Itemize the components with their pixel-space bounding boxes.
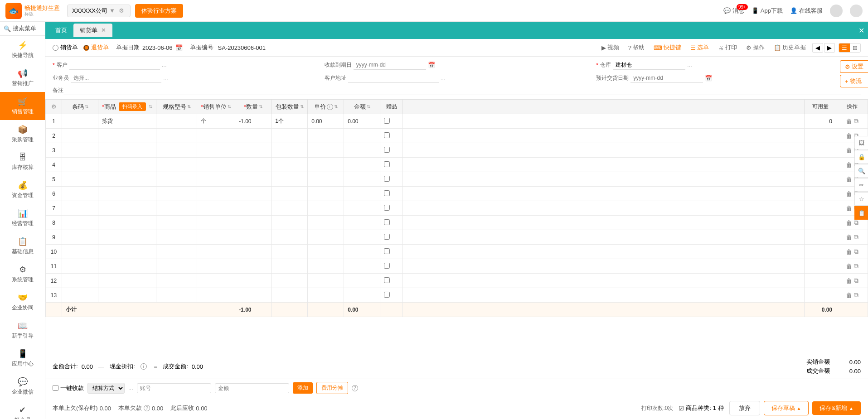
sidebar-item-purchase[interactable]: 📦 采购管理 bbox=[0, 120, 45, 148]
one-click-payment-label[interactable]: 一键收款 bbox=[53, 384, 84, 392]
delete-icon-12[interactable]: 🗑 bbox=[846, 277, 852, 284]
tab-sales-order[interactable]: 销货单 ✕ bbox=[73, 24, 112, 37]
add-payment-btn[interactable]: 添加 bbox=[293, 382, 313, 394]
payment-method-dots[interactable]: ... bbox=[128, 385, 133, 391]
pkg-1[interactable]: 1个 bbox=[272, 114, 308, 129]
copy-icon-10[interactable]: ⧉ bbox=[854, 248, 858, 255]
sidebar-item-base[interactable]: 📋 基础信息 bbox=[0, 232, 45, 260]
float-star-btn[interactable]: ☆ bbox=[854, 192, 868, 206]
spec-sort-icon[interactable]: ⇅ bbox=[187, 104, 191, 109]
discard-button[interactable]: 放弃 bbox=[729, 401, 760, 415]
goods-1[interactable]: 拣货 bbox=[98, 114, 156, 129]
help-btn[interactable]: ? 帮助 bbox=[626, 43, 647, 53]
warehouse-input[interactable] bbox=[613, 60, 685, 70]
copy-icon-11[interactable]: ⧉ bbox=[854, 262, 858, 270]
delete-icon-4[interactable]: 🗑 bbox=[846, 161, 852, 169]
sidebar-item-apps[interactable]: 📱 应用中心 bbox=[0, 344, 45, 372]
salesperson-input[interactable] bbox=[71, 73, 161, 83]
delete-icon-5[interactable]: 🗑 bbox=[846, 176, 852, 183]
payment-help-icon[interactable]: ? bbox=[352, 385, 358, 391]
copy-icon-1[interactable]: ⧉ bbox=[854, 117, 858, 125]
delete-icon-9[interactable]: 🗑 bbox=[846, 234, 852, 241]
price-1[interactable]: 0.00 bbox=[308, 114, 344, 129]
address-dots[interactable]: ... bbox=[441, 75, 446, 82]
delete-icon-7[interactable]: 🗑 bbox=[846, 205, 852, 212]
logistics-button[interactable]: + 物流 bbox=[840, 75, 868, 87]
copy-icon-8[interactable]: ⧉ bbox=[854, 219, 858, 226]
grid-view-btn[interactable]: ⊞ bbox=[850, 43, 860, 52]
video-help-btn[interactable]: ▶ 视频 bbox=[599, 43, 622, 53]
delete-icon-3[interactable]: 🗑 bbox=[846, 147, 852, 154]
delete-icon-8[interactable]: 🗑 bbox=[846, 219, 852, 226]
online-service-button[interactable]: 👤 在线客服 bbox=[790, 7, 823, 15]
return-order-radio[interactable]: 退货单 bbox=[83, 43, 109, 52]
discount-info-icon[interactable]: i bbox=[141, 363, 147, 370]
expected-delivery-input[interactable] bbox=[630, 73, 703, 83]
float-search-btn[interactable]: 🔍 bbox=[854, 164, 868, 178]
experience-button[interactable]: 体验行业方案 bbox=[135, 4, 183, 18]
app-download-button[interactable]: 📱 App下载 bbox=[752, 7, 783, 15]
note-input[interactable] bbox=[63, 86, 861, 95]
copy-icon-13[interactable]: ⧉ bbox=[854, 291, 858, 299]
select-btn[interactable]: ☰ 选单 bbox=[688, 43, 712, 53]
receive-date-calendar-icon[interactable]: 📅 bbox=[428, 62, 435, 68]
settings-button[interactable]: ⚙ 设置 bbox=[840, 60, 868, 73]
message-button[interactable]: 💬 消息 99+ bbox=[723, 7, 744, 15]
qty-1[interactable]: -1.00 bbox=[235, 114, 272, 129]
col-settings-gear-icon[interactable]: ⚙ bbox=[51, 103, 57, 110]
goods-2[interactable] bbox=[98, 129, 156, 143]
sidebar-item-quick-nav[interactable]: ⚡ 快捷导航 bbox=[0, 36, 45, 64]
price-info-icon[interactable]: i bbox=[327, 104, 333, 110]
delete-icon-1[interactable]: 🗑 bbox=[846, 118, 852, 125]
save-new-button[interactable]: 保存&新增 ▲ bbox=[812, 401, 861, 415]
next-arrow[interactable]: ▶ bbox=[824, 43, 835, 53]
warehouse-dots[interactable]: ... bbox=[687, 62, 692, 68]
gift-1[interactable] bbox=[380, 114, 403, 129]
unit-1[interactable]: 个 bbox=[197, 114, 235, 129]
settings-icon[interactable]: ⚙ bbox=[119, 7, 124, 14]
barcode-sort-icon[interactable]: ⇅ bbox=[85, 104, 88, 109]
scan-btn[interactable]: 扫码录入 bbox=[119, 102, 146, 111]
list-view-btn[interactable]: ☰ bbox=[839, 43, 850, 52]
delete-icon-11[interactable]: 🗑 bbox=[846, 263, 852, 270]
salesperson-dots[interactable]: ... bbox=[163, 75, 168, 82]
sidebar-item-inventory[interactable]: 🗄 库存核算 bbox=[0, 148, 45, 176]
sidebar-item-guide[interactable]: 📖 新手引导 bbox=[0, 316, 45, 344]
user-avatar[interactable] bbox=[830, 5, 843, 17]
price-sort-icon[interactable]: ⇅ bbox=[334, 104, 338, 109]
expense-split-btn[interactable]: 费用分摊 bbox=[316, 382, 348, 394]
float-action-btn[interactable]: 📋 bbox=[854, 206, 868, 220]
payment-amount-input[interactable] bbox=[215, 383, 289, 393]
goods-sort-icon[interactable]: ⇅ bbox=[149, 104, 152, 109]
sidebar-item-marketing[interactable]: 📢 营销推广 bbox=[0, 64, 45, 92]
float-img-btn[interactable]: 🖼 bbox=[854, 136, 868, 149]
account-input[interactable] bbox=[137, 383, 211, 393]
payment-method-select[interactable]: 结算方式 bbox=[87, 383, 125, 394]
operation-btn[interactable]: ⚙ 操作 bbox=[743, 43, 767, 53]
prev-arrow[interactable]: ◀ bbox=[812, 43, 823, 53]
sidebar-item-operation[interactable]: 📊 经营管理 bbox=[0, 204, 45, 232]
copy-icon-9[interactable]: ⧉ bbox=[854, 233, 858, 241]
company-selector[interactable]: XXXXXX公司 ▼ ⚙ bbox=[67, 5, 131, 17]
sales-order-radio[interactable]: 销货单 bbox=[53, 43, 78, 52]
delete-icon-13[interactable]: 🗑 bbox=[846, 292, 852, 299]
spec-1[interactable] bbox=[156, 114, 197, 129]
tab-bar-close-icon[interactable]: ✕ bbox=[858, 26, 864, 35]
barcode-1[interactable] bbox=[62, 114, 98, 129]
delete-icon-10[interactable]: 🗑 bbox=[846, 248, 852, 255]
gift-checkbox-1[interactable] bbox=[384, 118, 390, 124]
amount-sort-icon[interactable]: ⇅ bbox=[367, 104, 370, 109]
one-click-payment-checkbox[interactable] bbox=[53, 385, 58, 391]
customer-input[interactable] bbox=[69, 60, 160, 70]
unit-sort-icon[interactable]: ⇅ bbox=[228, 104, 231, 109]
barcode-2[interactable] bbox=[62, 129, 98, 143]
print-btn[interactable]: 🖨 打印 bbox=[715, 43, 740, 53]
float-edit-btn[interactable]: ✏ bbox=[854, 178, 868, 192]
amount-1[interactable]: 0.00 bbox=[344, 114, 380, 129]
delete-icon-2[interactable]: 🗑 bbox=[846, 132, 852, 140]
save-draft-button[interactable]: 保存草稿 ▲ bbox=[764, 401, 809, 415]
shortcut-btn[interactable]: ⌨ 快捷键 bbox=[651, 43, 684, 53]
history-btn[interactable]: 📋 历史单据 bbox=[771, 43, 809, 53]
receive-date-input[interactable] bbox=[354, 60, 426, 70]
balance-help-icon[interactable]: ? bbox=[144, 405, 150, 411]
